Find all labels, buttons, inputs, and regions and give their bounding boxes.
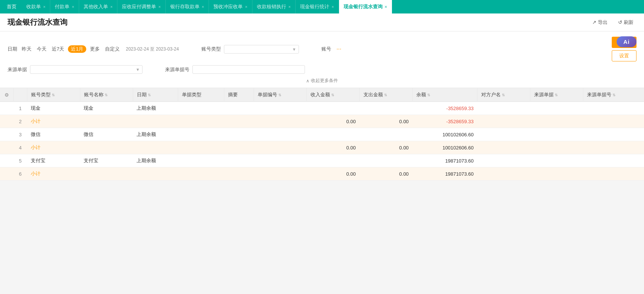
col-header-income[interactable]: 收入金额⇅ [307,88,360,102]
td-balance: -3528659.33 [413,115,477,128]
date-opt-0[interactable]: 昨天 [20,45,33,53]
td-account_type: 小计 [27,115,80,128]
date-opt-1[interactable]: 今天 [35,45,48,53]
td-account_name: 微信 [80,128,133,141]
td-date [133,167,178,181]
settings-button[interactable]: 设置 [612,50,636,61]
col-header-account_type[interactable]: 账号类型⇅ [27,88,80,102]
tab-close-icon[interactable]: × [72,4,74,9]
source-doc-no-input[interactable] [192,65,305,74]
nav-tab-0[interactable]: 收款单× [22,0,50,13]
td-date: 上期余额 [133,102,178,115]
nav-tab-3[interactable]: 应收应付调整单× [117,0,165,13]
tab-close-icon[interactable]: × [385,4,387,9]
td-income [307,154,360,167]
col-header-source_doc_no[interactable]: 来源单据号⇅ [583,88,644,102]
col-header-date[interactable]: 日期⇅ [133,88,178,102]
td-summary [224,167,254,181]
refresh-button[interactable]: ↺ 刷新 [615,18,636,27]
td-num: 3 [14,128,27,141]
tab-close-icon[interactable]: × [245,4,247,9]
nav-tab-4[interactable]: 银行存取款单× [166,0,209,13]
nav-tab-7[interactable]: 现金银行统计× [296,0,339,13]
col-header-source_doc[interactable]: 来源单据⇅ [530,88,583,102]
td-source_doc_no [583,115,644,128]
tab-close-icon[interactable]: × [43,4,45,9]
td-balance: 100102606.60 [413,128,477,141]
td-num: 5 [14,154,27,167]
sort-icon-expense: ⇅ [384,93,387,97]
chevron-down-icon: ▾ [293,46,296,52]
td-source_doc_no [583,102,644,115]
filter-row-1: 日期 昨天今天近7天近1月更多自定义 2023-02-24 至 2023-03-… [8,37,636,61]
col-header-doc_no[interactable]: 单据编号⇅ [254,88,306,102]
tab-label: 现金银行统计 [300,3,329,10]
ai-badge[interactable]: Ai [617,36,636,47]
table-row[interactable]: 1现金现金上期余额-3528659.33 [0,102,644,115]
collapse-bar[interactable]: ∧ 收起更多条件 [8,78,636,84]
date-opt-2[interactable]: 近7天 [50,45,66,53]
nav-tab-1[interactable]: 付款单× [50,0,79,13]
tab-close-icon[interactable]: × [158,4,161,9]
export-icon: ↗ [592,19,596,25]
nav-home[interactable]: 首页 [2,3,22,10]
export-button[interactable]: ↗ 导出 [589,18,611,27]
td-source_doc [530,141,583,154]
col-header-counter_party[interactable]: 对方户名⇅ [477,88,530,102]
col-header-account_name[interactable]: 账号名称⇅ [80,88,133,102]
td-expense: 0.00 [360,167,413,181]
table-row[interactable]: 6小计0.000.0019871073.60 [0,167,644,181]
td-doc_type [178,141,224,154]
td-source_doc [530,154,583,167]
source-doc-label: 来源单据 [8,66,27,73]
collapse-up-icon: ∧ [306,78,309,84]
table-header: ⚙账号类型⇅账号名称⇅日期⇅单据类型摘要单据编号⇅收入金额⇅支出金额⇅余额⇅对方… [0,88,644,102]
date-opt-4[interactable]: 更多 [89,45,101,53]
nav-tab-6[interactable]: 收款核销执行× [252,0,296,13]
td-counter_party [477,167,530,181]
nav-tab-5[interactable]: 预收冲应收单× [209,0,252,13]
filter-row-2: 来源单据 ▾ 来源单据号 [8,65,636,74]
td-gear [0,154,14,167]
tab-close-icon[interactable]: × [110,4,113,9]
gear-icon[interactable]: ⚙ [5,92,9,98]
tab-close-icon[interactable]: × [202,4,204,9]
col-header-balance[interactable]: 余额⇅ [413,88,477,102]
tab-label: 收款单 [26,3,41,10]
nav-tabs-container: 收款单×付款单×其他收入单×应收应付调整单×银行存取款单×预收冲应收单×收款核销… [22,0,392,13]
td-balance: -3528659.33 [413,102,477,115]
td-summary [224,141,254,154]
page-title: 现金银行流水查询 [8,17,68,27]
date-opt-5[interactable]: 自定义 [104,45,121,53]
table-header-row: ⚙账号类型⇅账号名称⇅日期⇅单据类型摘要单据编号⇅收入金额⇅支出金额⇅余额⇅对方… [0,88,644,102]
td-num: 4 [14,141,27,154]
td-account_type: 支付宝 [27,154,80,167]
col-header-expense[interactable]: 支出金额⇅ [360,88,413,102]
source-doc-select[interactable]: ▾ [30,65,143,74]
td-gear [0,141,14,154]
tab-label: 应收应付调整单 [122,3,156,10]
nav-tab-8[interactable]: 现金银行流水查询× [339,0,392,13]
table-row[interactable]: 5支付宝支付宝上期余额19871073.60 [0,154,644,167]
tab-close-icon[interactable]: × [288,4,291,9]
nav-tab-2[interactable]: 其他收入单× [79,0,117,13]
td-doc_type [178,154,224,167]
td-account_type: 现金 [27,102,80,115]
table-row[interactable]: 4小计0.000.00100102606.60 [0,141,644,154]
td-source_doc [530,115,583,128]
td-source_doc_no [583,128,644,141]
td-counter_party [477,102,530,115]
tab-close-icon[interactable]: × [332,4,334,9]
account-dots-btn[interactable]: ··· [334,45,344,53]
td-doc_type [178,115,224,128]
tab-label: 现金银行流水查询 [344,3,383,10]
account-filter: 账号 ··· [321,45,344,53]
collapse-label: 收起更多条件 [311,78,338,84]
col-header-gear: ⚙ [0,88,14,102]
table-row[interactable]: 3微信微信上期余额100102606.60 [0,128,644,141]
td-gear [0,128,14,141]
table-row[interactable]: 2小计0.000.00-3528659.33 [0,115,644,128]
date-opt-3[interactable]: 近1月 [68,45,86,53]
td-summary [224,102,254,115]
account-type-select[interactable]: ▾ [224,45,299,54]
